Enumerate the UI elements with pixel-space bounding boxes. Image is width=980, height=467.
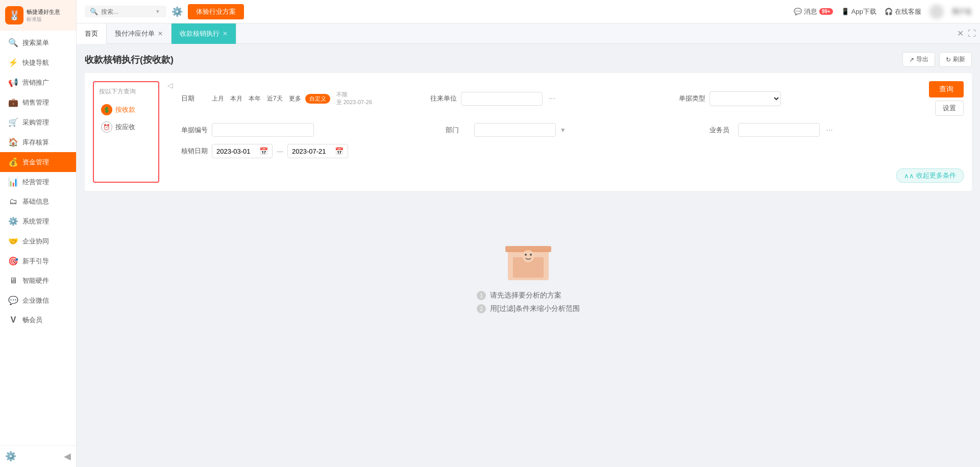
filter-by-receivable[interactable]: ⏰ 按应收 [99,118,153,136]
employee-more-btn[interactable]: ··· [824,126,835,135]
writeoff-date-label: 核销日期 [181,146,208,156]
finance-icon: 💰 [8,157,18,167]
sidebar-logo: 🐰 畅捷通好生意 标准版 [0,0,76,31]
counterpart-label: 往来单位 [430,94,457,103]
tab-prepayment[interactable]: 预付冲应付单 ✕ [107,23,172,44]
empty-icon [498,232,559,283]
sidebar-item-hardware[interactable]: 🖥 智能硬件 [0,271,76,290]
online-service-label: 在线客服 [895,7,921,16]
sidebar-item-label: 智能硬件 [22,276,49,285]
hint-2-label: 用[过滤]条件来缩小分析范围 [490,304,580,313]
calendar-start-icon[interactable]: 📅 [259,147,268,155]
search-icon: 🔍 [90,8,98,15]
by-receipt-label: 按收款 [115,105,135,114]
sidebar-item-label: 资金管理 [22,158,49,167]
writeoff-date-range: 📅 — 📅 [212,144,348,158]
chevron-up-icon: ∧∧ [904,172,914,180]
sidebar-item-label: 采购管理 [22,118,49,127]
sidebar-item-system[interactable]: ⚙️ 系统管理 [0,211,76,231]
sidebar-item-label: 快捷导航 [22,58,49,67]
doctype-select[interactable] [709,91,781,106]
custom-tag[interactable]: 自定义 [305,94,330,104]
sidebar-item-search[interactable]: 🔍 搜索菜单 [0,33,76,53]
page-content: 收款核销执行(按收款) ↗ 导出 ↻ 刷新 按以下方查询 💲 按收款 [77,44,980,467]
wechat-icon: 💬 [8,296,18,305]
writeoff-start-date-input[interactable] [216,148,257,155]
filter-sidebar: 按以下方查询 💲 按收款 ⏰ 按应收 [93,81,159,183]
sidebar-item-label: 营销推广 [22,78,49,87]
tab-home[interactable]: 首页 [77,23,107,44]
sidebar-item-label: 搜索菜单 [22,38,49,47]
export-button[interactable]: ↗ 导出 [902,52,935,67]
settings-bottom-icon[interactable]: ⚙️ [5,451,16,462]
counterpart-input[interactable] [461,92,543,106]
sidebar-item-member[interactable]: V 畅会员 [0,310,76,330]
empty-state: 1 请先选择要分析的方案 2 用[过滤]条件来缩小分析范围 [85,191,972,334]
sidebar-item-wechat[interactable]: 💬 企业微信 [0,290,76,310]
tab-writeoff[interactable]: 收款核销执行 ✕ [172,23,236,44]
dept-input[interactable] [474,123,556,137]
setting-button[interactable]: 设置 [935,101,964,116]
counterpart-more-btn[interactable]: ··· [547,94,557,103]
date-shortcuts: 上月 本月 本年 近7天 更多 自定义 [210,93,330,104]
hardware-icon: 🖥 [8,276,18,285]
writeoff-end-date-wrap: 📅 [287,144,348,158]
collapse-conditions-button[interactable]: ∧∧ 收起更多条件 [896,168,964,183]
svg-point-4 [522,250,534,262]
sidebar-item-label: 企业微信 [22,296,49,305]
writeoff-end-date-input[interactable] [292,148,333,155]
sidebar-item-marketing[interactable]: 📢 营销推广 [0,72,76,92]
sidebar-item-cooperation[interactable]: 🤝 企业协同 [0,231,76,251]
message-button[interactable]: 💬 消息 99+ [794,7,833,16]
topbar-search-input[interactable] [101,8,152,15]
collapse-sidebar-icon[interactable]: ◀ [64,451,71,462]
sidebar-item-sales[interactable]: 💼 销售管理 [0,92,76,112]
this-month-shortcut[interactable]: 本月 [228,93,244,104]
this-year-shortcut[interactable]: 本年 [247,93,263,104]
hint-num-2: 2 [477,304,486,313]
last-7days-shortcut[interactable]: 近7天 [265,93,285,104]
sidebar-item-quick-nav[interactable]: ⚡ 快捷导航 [0,53,76,72]
calendar-end-icon[interactable]: 📅 [335,147,344,155]
refresh-button[interactable]: ↻ 刷新 [939,52,972,67]
expand-icon[interactable]: ⛶ [968,29,976,38]
collapse-filter-sidebar-btn[interactable]: ◁ [165,81,175,183]
refresh-icon: ↻ [946,56,951,63]
sidebar-item-guide[interactable]: 🎯 新手引导 [0,251,76,271]
counterpart-group: 往来单位 ··· [430,92,669,106]
last-month-shortcut[interactable]: 上月 [210,93,226,104]
docno-input[interactable] [212,123,314,137]
svg-point-6 [530,254,532,256]
sidebar-item-purchase[interactable]: 🛒 采购管理 [0,112,76,132]
dept-group: 部门 ▼ [446,123,700,137]
app-download-button[interactable]: 📱 App下载 [841,7,876,16]
writeoff-tab-close[interactable]: ✕ [223,30,228,37]
industry-solution-button[interactable]: 体验行业方案 [188,4,244,19]
employee-input[interactable] [738,123,820,137]
user-avatar[interactable] [929,5,944,19]
prepayment-tab-close[interactable]: ✕ [158,30,163,37]
online-service-button[interactable]: 🎧 在线客服 [885,7,921,16]
sidebar-item-finance[interactable]: 💰 资金管理 [0,152,76,172]
empty-hint-1: 1 请先选择要分析的方案 [477,291,580,300]
app-name: 畅捷通好生意 [27,8,60,15]
sales-icon: 💼 [8,97,18,107]
sidebar-item-basic-info[interactable]: 🗂 基础信息 [0,192,76,211]
tabbar-actions: ✕ ⛶ [957,29,980,38]
sidebar-item-inventory[interactable]: 🏠 库存核算 [0,132,76,152]
close-all-tabs-icon[interactable]: ✕ [957,29,964,38]
purchase-icon: 🛒 [8,117,18,127]
query-button[interactable]: 查询 [929,81,964,97]
sidebar-item-management[interactable]: 📊 经营管理 [0,172,76,192]
hint-num-1: 1 [477,291,486,300]
inventory-icon: 🏠 [8,137,18,147]
filter-row-3: 核销日期 📅 — 📅 [181,144,964,158]
date-no-limit: 不限 [336,91,372,99]
more-shortcut[interactable]: 更多 [287,93,303,104]
docno-group: 单据编号 [181,123,435,137]
filter-by-receipt[interactable]: 💲 按收款 [99,101,153,118]
dept-dropdown-icon[interactable]: ▼ [560,127,566,134]
receivable-icon: ⏰ [101,121,112,133]
gear-icon[interactable]: ⚙️ [172,6,183,17]
export-label: 导出 [916,55,928,64]
